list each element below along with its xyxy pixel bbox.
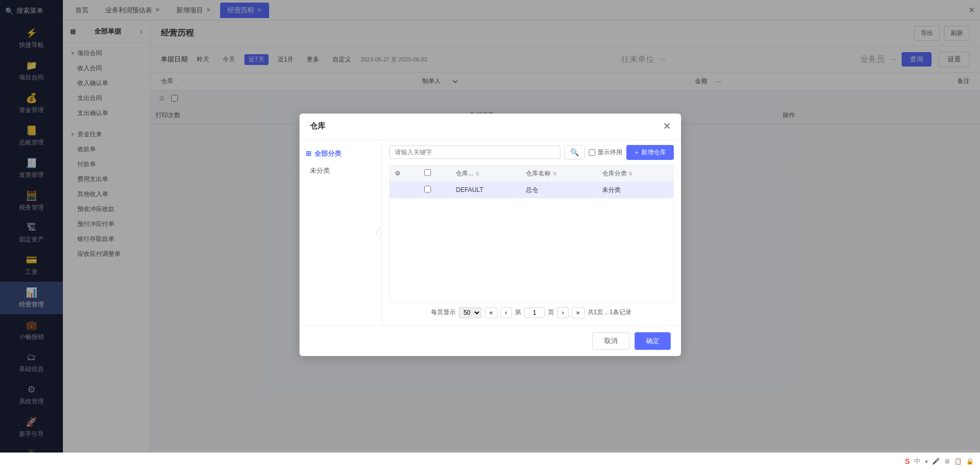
confirm-button[interactable]: 确定 [635,332,671,350]
cancel-button[interactable]: 取消 [592,332,629,350]
row-checkbox [419,182,451,198]
modal-col-category-label: 仓库分类 [602,170,627,177]
modal-search-input[interactable] [389,145,561,159]
modal-page-input[interactable] [524,308,545,318]
taskbar-clipboard-icon[interactable]: 📋 [954,458,962,465]
modal-first-btn[interactable]: « [485,307,497,318]
modal-left-all[interactable]: ⊞ 全部分类 [300,145,381,163]
modal-all-label: 全部分类 [314,149,341,158]
modal-table-header: ⚙ 仓库... ⇅ 仓库名称 ⇅ 仓库分类 [390,166,673,182]
modal-table-wrap: ⚙ 仓库... ⇅ 仓库名称 ⇅ 仓库分类 [389,165,674,303]
taskbar-mic-icon[interactable]: 🎤 [932,458,940,465]
table-row[interactable]: DEFAULT 总仓 未分类 [390,182,673,198]
modal-pagination: 每页显示 50 « ‹ 第 页 › » 共1页，1条记录 [389,303,674,320]
modal-per-page-label: 每页显示 [431,308,456,317]
taskbar-screen-icon[interactable]: 🖥 [944,458,950,465]
taskbar-lang[interactable]: 中 [914,457,921,466]
show-disabled-label: 显示停用 [589,148,622,157]
modal-select-all[interactable] [424,169,431,176]
show-disabled-text: 显示停用 [597,148,622,157]
modal-left-unclassified[interactable]: 未分类 [300,163,381,179]
sort-icon-category: ⇅ [628,171,633,176]
grid-icon-modal: ⊞ [306,150,311,157]
modal-prev-btn[interactable]: ‹ [501,307,512,318]
add-warehouse-btn[interactable]: ＋ 新增仓库 [626,145,673,160]
modal-last-btn[interactable]: » [572,307,585,318]
modal-next-btn[interactable]: › [557,307,569,318]
modal-search-btn[interactable]: 🔍 [564,145,585,159]
modal-col-code-label: 仓库... [456,170,473,177]
modal-page-text: 第 [515,308,521,317]
modal-page-label: 页 [548,308,554,317]
modal-col-category: 仓库分类 ⇅ [597,166,673,182]
modal-table: ⚙ 仓库... ⇅ 仓库名称 ⇅ 仓库分类 [390,166,673,199]
taskbar-diamond: ♦ [925,458,928,465]
modal-footer-actions: 取消 确定 [300,326,681,356]
row-select-checkbox[interactable] [424,186,431,192]
taskbar-lock-icon[interactable]: 🔒 [966,458,974,465]
modal-search-bar: 🔍 显示停用 ＋ 新增仓库 [389,145,674,160]
taskbar-logo: S [905,457,910,465]
warehouse-modal: 仓库 ✕ ⊞ 全部分类 未分类 ‹ 🔍 显示停用 ＋ [300,114,681,356]
row-name: 总仓 [521,182,597,198]
modal-left-panel: ⊞ 全部分类 未分类 ‹ [300,140,382,326]
taskbar: S 中 ♦ 🎤 🖥 📋 🔒 [0,452,980,469]
modal-title: 仓库 [310,121,325,131]
modal-header: 仓库 ✕ [300,114,681,140]
modal-right-panel: 🔍 显示停用 ＋ 新增仓库 ⚙ 仓库... [382,140,681,326]
sort-icon-code: ⇅ [475,171,479,176]
modal-per-page-select[interactable]: 50 [459,307,481,318]
modal-col-name-label: 仓库名称 [526,170,551,177]
modal-col-checkbox [419,166,451,182]
modal-col-settings: ⚙ [390,166,420,182]
show-disabled-checkbox[interactable] [589,149,595,156]
modal-total-info: 共1页，1条记录 [588,308,632,317]
modal-collapse-btn[interactable]: ‹ [376,227,382,238]
unclassified-label: 未分类 [310,167,330,174]
modal-col-name: 仓库名称 ⇅ [521,166,597,182]
row-category: 未分类 [597,182,673,198]
sort-icon-name: ⇅ [553,171,557,176]
modal-close-btn[interactable]: ✕ [663,121,671,132]
row-code: DEFAULT [451,182,521,198]
modal-body: ⊞ 全部分类 未分类 ‹ 🔍 显示停用 ＋ 新增仓库 [300,140,681,326]
modal-col-code: 仓库... ⇅ [451,166,521,182]
row-settings [390,182,420,198]
